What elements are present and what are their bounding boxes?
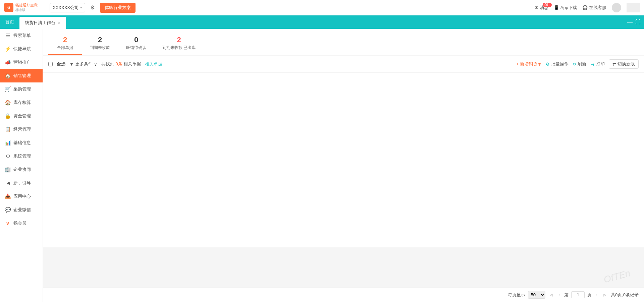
- guide-icon: 🖥: [5, 180, 11, 186]
- sidebar-item-marketing[interactable]: 📣 营销推广: [0, 56, 43, 69]
- sidebar-item-label: 经营管理: [13, 126, 31, 132]
- stat-tab-overdue[interactable]: 2 到期未收款: [82, 33, 118, 55]
- tab-minimize-button[interactable]: —: [627, 19, 633, 25]
- app-download-button[interactable]: 📱 App下载: [554, 5, 577, 11]
- first-page-button[interactable]: ⊲: [548, 292, 555, 298]
- sidebar-item-operations[interactable]: 📋 经营管理: [0, 123, 43, 136]
- tab-home[interactable]: 首页: [0, 15, 19, 29]
- print-button[interactable]: 🖨 打印: [590, 61, 605, 67]
- settings-button[interactable]: ⚙: [88, 3, 97, 12]
- sidebar-item-sales[interactable]: 🏠 销售管理: [0, 69, 43, 82]
- refresh-button[interactable]: ↺ 刷新: [573, 61, 586, 67]
- related-orders-link[interactable]: 相关单据: [145, 61, 162, 67]
- message-button[interactable]: ✉ 消息 99+: [535, 5, 548, 11]
- app-center-icon: 📥: [5, 193, 11, 199]
- per-page-select[interactable]: 10 20 50 100: [528, 291, 545, 299]
- quick-nav-icon: ⚡: [5, 46, 11, 52]
- company-selector[interactable]: XXXXXX公司 ▾: [50, 3, 85, 12]
- sidebar-item-label: 销售管理: [13, 73, 31, 79]
- message-icon: ✉: [535, 5, 538, 10]
- sidebar-item-label: 库存核算: [13, 100, 31, 106]
- toolbar-right: + 新增销货单 ⚙ 批量操作 ↺ 刷新 🖨 打印 ⇄ 切换新版: [516, 59, 639, 69]
- prev-page-button[interactable]: ‹: [557, 292, 562, 298]
- search-icon: ☰: [5, 33, 11, 39]
- marketing-icon: 📣: [5, 59, 11, 65]
- page-input[interactable]: [571, 291, 585, 298]
- member-icon: V: [5, 220, 11, 226]
- sidebar-item-capital[interactable]: 🔒 资金管理: [0, 109, 43, 123]
- stat-label-shipped: 到期未收款 已出库: [162, 45, 196, 51]
- main-content: 2 全部单据 2 到期未收款 0 旺铺待确认 2 到期未收款 已出库 全选 ▼ …: [43, 29, 644, 302]
- total-label: 共0页,0条记录: [611, 292, 639, 298]
- tab-actions: — ⛶: [627, 19, 644, 25]
- online-service-button[interactable]: 🎧 在线客服: [582, 5, 606, 11]
- filter-button[interactable]: ▼ 更多条件 ∨: [69, 61, 97, 67]
- last-page-button[interactable]: ⊳: [601, 292, 608, 298]
- avatar[interactable]: [612, 3, 621, 12]
- operations-icon: 📋: [5, 126, 11, 132]
- app-download-label: App下载: [560, 5, 577, 11]
- sidebar-item-wechat[interactable]: 💬 企业微信: [0, 203, 43, 217]
- company-name: XXXXXX公司: [53, 5, 79, 11]
- sidebar-item-label: 畅会员: [13, 220, 26, 226]
- sidebar-search[interactable]: ☰ 搜索菜单: [0, 29, 43, 42]
- stat-tab-shipped[interactable]: 2 到期未收款 已出库: [154, 33, 204, 55]
- found-count: 0条: [116, 61, 122, 66]
- chevron-down-icon: ▾: [80, 5, 82, 10]
- sidebar-item-label: 企业协同: [13, 167, 31, 173]
- stat-tab-all[interactable]: 2 全部单据: [48, 33, 82, 55]
- tab-close-icon[interactable]: ✕: [57, 20, 61, 25]
- tab-expand-button[interactable]: ⛶: [635, 19, 641, 25]
- sidebar-search-label: 搜索菜单: [13, 33, 31, 39]
- sidebar-item-member[interactable]: V 畅会员: [0, 217, 43, 230]
- sidebar-item-enterprise[interactable]: 🏢 企业协同: [0, 163, 43, 176]
- switch-version-button[interactable]: ⇄ 切换新版: [609, 59, 639, 69]
- sidebar-item-guide[interactable]: 🖥 新手引导: [0, 176, 43, 190]
- sidebar-item-label: 资金管理: [13, 113, 31, 119]
- batch-operation-button[interactable]: ⚙ 批量操作: [546, 61, 569, 67]
- sidebar-item-app-center[interactable]: 📥 应用中心: [0, 190, 43, 203]
- app-download-icon: 📱: [554, 5, 559, 10]
- logo-text: 畅捷通好生意: [15, 3, 38, 7]
- top-header: 6 畅捷通好生意 标准版 XXXXXX公司 ▾ ⚙ 体验行业方案 ✉ 消息 99…: [0, 0, 644, 15]
- filter-icon: ▼: [69, 62, 74, 67]
- stat-label-wangpu: 旺铺待确认: [126, 45, 146, 51]
- toolbar: 全选 ▼ 更多条件 ∨ 共找到 0条 相关单据 相关单据 + 新增销货单 ⚙ 批…: [43, 56, 644, 72]
- sidebar-item-label: 应用中心: [13, 193, 31, 199]
- system-icon: ⚙: [5, 153, 11, 159]
- select-all-checkbox[interactable]: [48, 62, 53, 66]
- batch-icon: ⚙: [546, 62, 550, 67]
- pagination: 每页显示 10 20 50 100 ⊲ ‹ 第 页 › ⊳ 共0页,0条记录: [43, 287, 644, 302]
- user-name[interactable]: [627, 3, 640, 12]
- filter-label: 更多条件: [75, 61, 93, 67]
- stat-label-all: 全部单据: [57, 45, 73, 51]
- tab-daily-work[interactable]: 钱货日清工作台 ✕: [19, 17, 66, 29]
- sidebar-item-quick-nav[interactable]: ⚡ 快捷导航: [0, 42, 43, 56]
- online-service-label: 在线客服: [589, 5, 606, 11]
- sidebar-item-label: 基础信息: [13, 140, 31, 146]
- logo-icon: 6: [4, 3, 13, 12]
- sidebar-item-label: 企业微信: [13, 207, 31, 213]
- next-page-button[interactable]: ›: [594, 292, 599, 298]
- headset-icon: 🎧: [582, 5, 588, 10]
- stat-tab-wangpu[interactable]: 0 旺铺待确认: [118, 33, 154, 55]
- sidebar-item-purchase[interactable]: 🛒 采购管理: [0, 82, 43, 96]
- print-icon: 🖨: [590, 62, 595, 67]
- sidebar-item-basic-info[interactable]: 📊 基础信息: [0, 136, 43, 149]
- sales-icon: 🏠: [5, 73, 11, 79]
- stat-label-overdue: 到期未收款: [90, 45, 110, 51]
- basic-info-icon: 📊: [5, 140, 11, 146]
- stat-count-all: 2: [63, 36, 67, 44]
- add-order-button[interactable]: + 新增销货单: [516, 61, 542, 67]
- header-right: ✉ 消息 99+ 📱 App下载 🎧 在线客服: [535, 3, 640, 12]
- select-all-label: 全选: [57, 61, 65, 67]
- inventory-icon: 🏠: [5, 100, 11, 106]
- chevron-icon: ∨: [94, 62, 97, 67]
- sidebar-item-system[interactable]: ⚙ 系统管理: [0, 149, 43, 163]
- capital-icon: 🔒: [5, 113, 11, 119]
- sidebar-item-inventory[interactable]: 🏠 库存核算: [0, 96, 43, 109]
- experience-button[interactable]: 体验行业方案: [100, 3, 136, 13]
- tab-home-label: 首页: [5, 19, 14, 25]
- sidebar-item-label: 营销推广: [13, 59, 31, 65]
- sidebar-item-label: 新手引导: [13, 180, 31, 186]
